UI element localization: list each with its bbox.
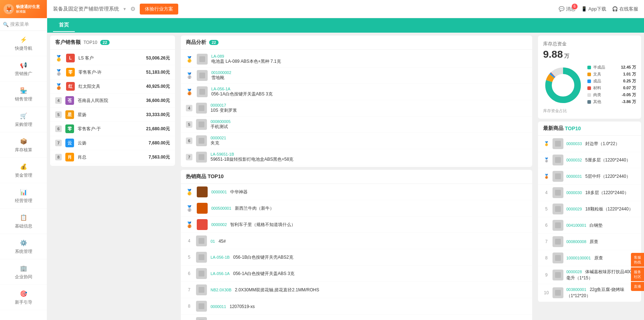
new-product-info: 0000029 18颗粒板（1220*2440） bbox=[566, 206, 636, 212]
customer-count-badge: 22 bbox=[100, 40, 110, 45]
new-products-card: 最新商品 TOP10 🥇 0000033 封边带（1.0*22） 🥈 00000… bbox=[538, 122, 641, 302]
customer-ranking-title: 客户销售额 bbox=[55, 39, 81, 46]
basics-icon: 📋 bbox=[19, 213, 28, 222]
svg-rect-24 bbox=[555, 239, 561, 245]
rank-number: 7 bbox=[186, 154, 192, 160]
chevron-down-icon: ▾ bbox=[123, 6, 126, 12]
medal-icon: 🥈 bbox=[186, 72, 193, 79]
svg-rect-11 bbox=[199, 303, 204, 309]
sidebar-search[interactable]: 🔍 搜索菜单 bbox=[0, 18, 47, 31]
svg-rect-10 bbox=[199, 287, 204, 293]
product-thumb-placeholder bbox=[196, 301, 207, 312]
sidebar-item-operations[interactable]: 📊 经营管理 bbox=[0, 183, 47, 209]
tab-home[interactable]: 首页 bbox=[53, 19, 75, 32]
legend-label: 其他 bbox=[593, 99, 620, 104]
goods-info: LA-056-1A 056-1A白色按键开关盖ABS 3克 bbox=[211, 87, 527, 97]
new-product-thumb bbox=[553, 236, 563, 247]
sidebar-item-label: 快捷导航 bbox=[15, 45, 32, 52]
headset-icon: 🎧 bbox=[612, 6, 618, 12]
app-download-button[interactable]: 📱 App下载 bbox=[581, 6, 606, 12]
new-product-thumb bbox=[553, 270, 563, 280]
topbar: 装备及固定资产辅助管理系统 ▾ ⚙ 体验行业方案 💬 消息 6 📱 App下载 … bbox=[47, 0, 644, 18]
sidebar-logo: 🦊 畅捷通好生意 标准版 bbox=[0, 0, 47, 18]
online-service-button[interactable]: 🎧 在线客服 bbox=[612, 6, 638, 12]
rank-avatar: 红 bbox=[66, 82, 75, 91]
product-code: NB2.0X30B bbox=[211, 288, 231, 292]
new-product-item: 10 003800001 22g鱼豆腐-烧烤味（1*12*20） bbox=[538, 284, 641, 302]
rank-amount: 51,183.00元 bbox=[146, 69, 170, 75]
customer-rank-item: 🥉 红 红太阳文具 40,925.00元 bbox=[50, 79, 175, 94]
sidebar-item-basics[interactable]: 📋 基础信息 bbox=[0, 209, 47, 234]
service-community-btn[interactable]: 服务社区 bbox=[631, 267, 644, 281]
topbar-right: 💬 消息 6 📱 App下载 🎧 在线客服 bbox=[559, 6, 638, 12]
product-name: 056-1A白色按键开关盖ABS 3克 bbox=[233, 271, 294, 276]
new-product-name: 封边带（1.0*22） bbox=[585, 141, 620, 146]
rank-avatar: L bbox=[66, 54, 75, 62]
legend-value: 1.01 万 bbox=[623, 71, 636, 77]
svg-rect-19 bbox=[555, 157, 561, 163]
product-info: LA-056-1A 056-1A白色按键开关盖ABS 3克 bbox=[211, 271, 527, 277]
product-info: 0000002 智利车子里（规格不知道填什么） bbox=[211, 222, 527, 228]
sidebar-item-newbie[interactable]: 🎯 新手引导 bbox=[0, 285, 47, 310]
enterprise-icon: 🏢 bbox=[19, 264, 28, 272]
new-product-code: 0000033 bbox=[566, 141, 582, 146]
hot-product-item: 6 LA-056-1A 056-1A白色按键开关盖ABS 3克 bbox=[181, 266, 532, 282]
logo-badge: 标准版 bbox=[16, 9, 40, 14]
product-info: 01 45# bbox=[211, 238, 527, 244]
sidebar-item-finance[interactable]: 💰 资金管理 bbox=[0, 158, 47, 183]
sidebar-item-marketing[interactable]: 📢 营销推广 bbox=[0, 56, 47, 82]
rank-number: 4 bbox=[55, 97, 62, 104]
sidebar-item-enterprise[interactable]: 🏢 企业协同 bbox=[0, 259, 47, 285]
trial-button[interactable]: 体验行业方案 bbox=[140, 4, 178, 15]
rank-number: 6 bbox=[55, 126, 62, 132]
new-product-rank: 9 bbox=[543, 272, 550, 278]
legend-dot bbox=[587, 73, 591, 76]
new-product-info: 0000028 体碱嘉枚味苏打饮品400毫升（1*15） bbox=[566, 269, 636, 281]
sales-icon: 🏪 bbox=[19, 86, 28, 95]
system-icon: ⚙️ bbox=[19, 238, 28, 247]
new-product-name: 5厘多层（1220*2440） bbox=[585, 157, 631, 163]
product-info: LA-056-1B 056-1B白色按键开关壳ABS2克 bbox=[211, 254, 527, 260]
logo-icon: 🦊 bbox=[4, 4, 14, 14]
new-product-thumb bbox=[553, 253, 563, 263]
product-code: 000500001 bbox=[211, 206, 231, 210]
rank-number: 7 bbox=[186, 287, 192, 292]
sidebar: 🦊 畅捷通好生意 标准版 🔍 搜索菜单 ⚡ 快捷导航 📢 营销推广 🏪 销售管理… bbox=[0, 0, 47, 320]
inventory-chart-area: 半成品 12.45 万 文具 1.01 万 成品 0.25 万 材料 0.07 … bbox=[543, 65, 636, 106]
customer-service-btn[interactable]: 客服热线 bbox=[631, 253, 644, 267]
sidebar-item-quick-nav[interactable]: ⚡ 快捷导航 bbox=[0, 31, 47, 56]
goods-ranking-header: 商品分析 22 bbox=[181, 36, 532, 50]
sidebar-item-purchase[interactable]: 🛒 采购管理 bbox=[0, 107, 47, 132]
sidebar-item-inventory[interactable]: 📦 库存核算 bbox=[0, 132, 47, 158]
legend-value: 12.45 万 bbox=[621, 65, 636, 70]
product-name: 中华神器 bbox=[230, 189, 248, 194]
new-product-item: 5 0000029 18颗粒板（1220*2440） bbox=[538, 201, 641, 217]
customer-rank-item: 🥇 L LS 客户 53,006.26元 bbox=[50, 51, 175, 65]
sidebar-item-label: 资金管理 bbox=[15, 172, 32, 179]
product-name: 45# bbox=[219, 239, 226, 244]
hot-product-item: 5 LA-056-1B 056-1B白色按键开关壳ABS2克 bbox=[181, 249, 532, 266]
legend-item: 文具 1.01 万 bbox=[587, 71, 636, 77]
sidebar-item-label: 营销推广 bbox=[15, 71, 32, 77]
legend-dot bbox=[587, 66, 591, 69]
legend-label: 文具 bbox=[593, 71, 621, 77]
rank-number: 5 bbox=[186, 121, 192, 128]
sidebar-item-system[interactable]: ⚙️ 系统管理 bbox=[0, 234, 47, 259]
new-product-code: 0000031 bbox=[566, 174, 582, 179]
rank-avatar: 苍 bbox=[65, 96, 74, 105]
product-image bbox=[197, 203, 208, 214]
gear-icon[interactable]: ⚙ bbox=[130, 5, 135, 12]
sidebar-item-label: 销售管理 bbox=[15, 96, 32, 102]
svg-rect-5 bbox=[199, 138, 204, 144]
live-broadcast-btn[interactable]: 直播 bbox=[631, 282, 644, 291]
new-product-code: 000800008 bbox=[566, 239, 586, 244]
rank-name: 零售客户-许 bbox=[78, 69, 143, 75]
purchase-icon: 🛒 bbox=[19, 111, 28, 120]
messages-button[interactable]: 💬 消息 6 bbox=[559, 6, 575, 12]
goods-rank-list: 🥇 LA-089 电池盖 LA-089 ABS本色+黑种 7.1克 🥈 0010… bbox=[181, 50, 532, 167]
svg-rect-22 bbox=[555, 206, 561, 212]
product-info: 0000011 12070519-xs bbox=[211, 304, 527, 309]
rank-avatar: 零 bbox=[65, 124, 74, 133]
legend-item: 成品 0.25 万 bbox=[587, 78, 636, 84]
sidebar-item-sales[interactable]: 🏪 销售管理 bbox=[0, 82, 47, 107]
